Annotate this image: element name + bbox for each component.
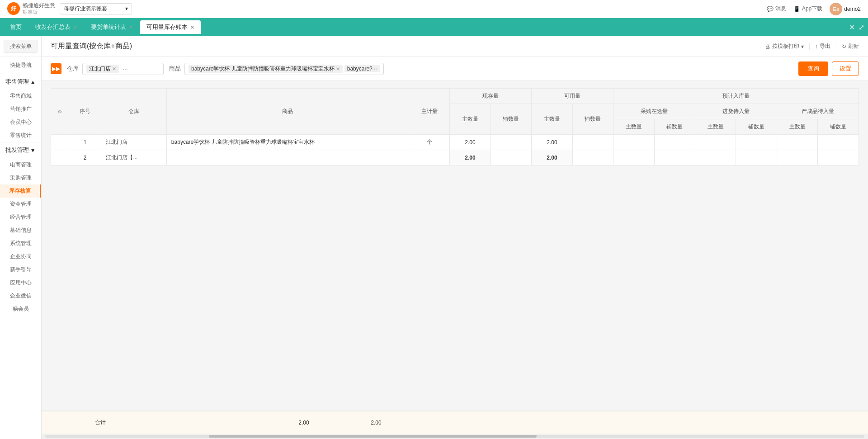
sidebar-item-member[interactable]: 会员中心 [0,116,41,129]
footer-cell-empty4 [259,415,286,430]
app-download-btn[interactable]: 📱 App下载 [793,5,822,13]
warehouse-tag-1-text: 江北门店 [89,65,111,73]
th-purchase-aux: 辅数量 [654,119,695,135]
th-settings: ⚙ [51,89,69,135]
cell-avail-main-0: 2.00 [532,135,572,150]
page-title: 可用量查询(按仓库+商品) [51,42,132,51]
sidebar-section-retail: 零售管理 ▲ 零售商城 营销推广 会员中心 零售统计 [0,74,41,142]
warehouse-label: 仓库 [67,65,79,73]
chevron-icon: ▲ [30,79,36,85]
sidebar-item-operations[interactable]: 经营管理 [0,211,41,224]
cell-purchase-aux-0 [654,135,695,150]
footer-table: 合计 2.00 2.00 [42,415,868,430]
product-tag-1: babycare学饮杯 儿童防摔防撞吸管杯重力球吸嘴杯宝宝水杯 ✕ [189,65,343,73]
sidebar-item-inventory[interactable]: 库存核算 [0,184,41,198]
product-label: 商品 [169,65,181,73]
close-window-btn[interactable]: ✕ [849,23,855,32]
sidebar-retail-label: 零售管理 [5,78,29,86]
warehouse-tag-1-remove[interactable]: ✕ [112,66,116,72]
sidebar-item-enterprise[interactable]: 企业协同 [0,250,41,263]
sidebar-item-purchase[interactable]: 采购管理 [0,171,41,184]
th-avail-main: 主数量 [532,104,572,135]
export-btn[interactable]: ↑ 导出 [815,42,830,50]
sidebar-item-retail-mall[interactable]: 零售商城 [0,90,41,103]
sidebar-item-ecommerce[interactable]: 电商管理 [0,158,41,171]
tab-available-stock-close[interactable]: ✕ [190,24,194,30]
th-avail-aux: 辅数量 [572,104,613,135]
product-filter-group: 商品 babycare学饮杯 儿童防摔防撞吸管杯重力球吸嘴杯宝宝水杯 ✕ bab… [169,63,384,75]
gear-icon[interactable]: ⚙ [57,109,62,115]
logo-text: 畅捷通好生意 [23,2,55,9]
table-row: 2 江北门店【... 2.00 2.00 [51,150,859,165]
sidebar-item-vip[interactable]: 畅会员 [0,302,41,316]
tab-receive-pay-close[interactable]: ✕ [73,24,77,30]
th-stock-aux: 辅数量 [491,104,531,135]
refresh-icon: ↻ [842,43,846,50]
sidebar-item-quick-nav[interactable]: 快捷导航 [0,59,41,72]
cell-unit-0: 个 [409,135,449,150]
message-btn[interactable]: 💬 消息 [767,5,786,13]
maximize-btn[interactable]: ⤢ [859,23,864,32]
sidebar-quick-nav: 快捷导航 [0,57,41,74]
search-menu-btn[interactable]: 搜索菜单 [4,40,38,53]
cell-purchase-aux-1 [654,150,695,165]
scroll-bar[interactable] [42,434,868,439]
footer-stock-aux [322,415,358,430]
export-label: 导出 [820,42,830,50]
sidebar-item-basic[interactable]: 基础信息 [0,224,41,237]
sidebar-item-finance[interactable]: 资金管理 [0,198,41,211]
sidebar-item-marketing[interactable]: 营销推广 [0,103,41,116]
filter-expand-btn[interactable]: ▶▶ [51,63,61,74]
divider1 [809,43,810,50]
th-product-aux: 辅数量 [818,119,859,135]
user-name: demo2 [844,6,861,12]
cell-purchase-main-0 [613,135,654,150]
sidebar-item-retail-stats[interactable]: 零售统计 [0,129,41,142]
sidebar-wholesale-header[interactable]: 批发管理 ▼ [0,142,41,158]
refresh-label: 刷新 [848,42,859,50]
top-bar: 好 畅捷通好生意 标准版 母婴行业演示账套 ▾ 💬 消息 📱 App下载 Ea … [0,0,868,18]
query-btn[interactable]: 查询 [798,61,828,76]
main-layout: 搜索菜单 快捷导航 零售管理 ▲ 零售商城 营销推广 会员中心 零售统计 批发管… [0,36,868,439]
org-name: 母婴行业演示账套 [64,5,107,13]
refresh-btn[interactable]: ↻ 刷新 [842,42,859,50]
print-btn[interactable]: 🖨 按模板打印 ▾ [765,42,804,50]
sidebar-item-wechat[interactable]: 企业微信 [0,289,41,302]
footer-rest [394,415,868,430]
scroll-track [45,435,864,438]
footer-cell-empty3 [123,415,259,430]
table-row: 1 江北门店 babycare学饮杯 儿童防摔防撞吸管杯重力球吸嘴杯宝宝水杯 个… [51,135,859,150]
tab-order-stats[interactable]: 要货单统计表 ✕ [85,20,139,34]
tab-order-stats-label: 要货单统计表 [91,23,126,31]
tab-home[interactable]: 首页 [4,20,28,34]
settings-btn[interactable]: 设置 [832,61,859,76]
sidebar-item-system[interactable]: 系统管理 [0,237,41,250]
sidebar-retail-header[interactable]: 零售管理 ▲ [0,74,41,90]
scroll-thumb[interactable] [209,435,537,438]
sidebar-section-wholesale: 批发管理 ▼ [0,142,41,158]
tab-order-stats-close[interactable]: ✕ [129,24,133,30]
cell-no-1: 2 [69,150,101,165]
cell-avail-aux-1 [572,150,613,165]
product-tag-1-remove[interactable]: ✕ [336,66,340,72]
sidebar-item-app-center[interactable]: 应用中心 [0,276,41,289]
sidebar-wholesale-label: 批发管理 [5,146,29,154]
sidebar-search: 搜索菜单 [0,36,41,57]
sidebar: 搜索菜单 快捷导航 零售管理 ▲ 零售商城 营销推广 会员中心 零售统计 批发管… [0,36,42,439]
th-purchase-group: 采购在途量 [613,104,695,119]
tab-receive-pay[interactable]: 收发存汇总表 ✕ [29,20,84,34]
warehouse-more[interactable]: ··· [121,65,130,72]
data-table: ⚙ 序号 仓库 商品 主计量 现存量 可用量 预计入库量 主数量 辅数量 主数量 [51,88,859,165]
cell-purchase-main-1 [613,150,654,165]
th-main-unit: 主计量 [409,89,449,135]
product-tag-2: babycare?··· [344,65,380,72]
product-tags[interactable]: babycare学饮杯 儿童防摔防撞吸管杯重力球吸嘴杯宝宝水杯 ✕ babyca… [184,63,384,75]
table-area: ⚙ 序号 仓库 商品 主计量 现存量 可用量 预计入库量 主数量 辅数量 主数量 [42,81,868,411]
user-avatar-btn[interactable]: Ea demo2 [830,3,861,15]
tab-receive-pay-label: 收发存汇总表 [35,23,71,31]
tab-available-stock[interactable]: 可用量库存账本 ✕ [140,20,201,34]
warehouse-tags[interactable]: 江北门店 ✕ ··· [82,63,164,75]
cell-avail-main-1: 2.00 [532,150,572,165]
org-selector[interactable]: 母婴行业演示账套 ▾ [60,3,132,14]
sidebar-item-newbie[interactable]: 新手引导 [0,263,41,276]
